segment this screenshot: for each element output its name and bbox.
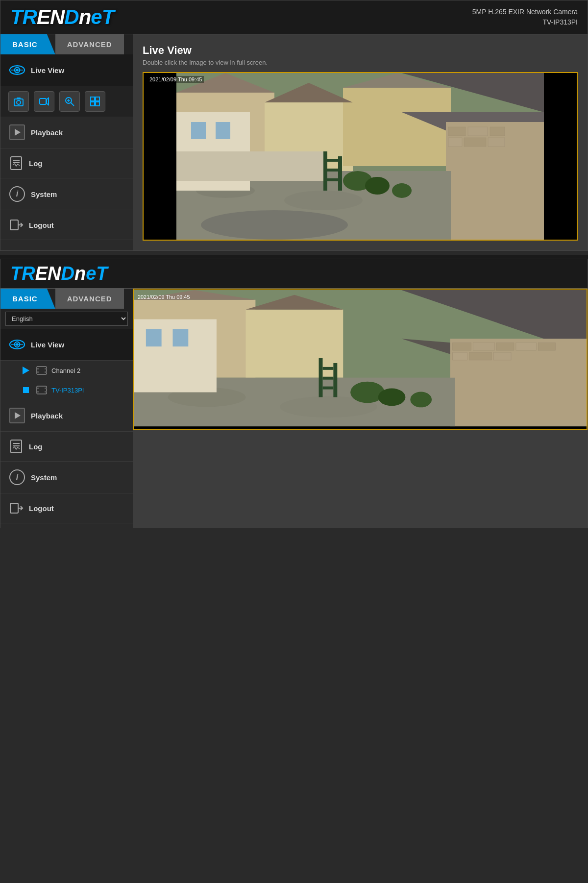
nav-playback-label-1: Playback [31,128,63,137]
nav-system-2[interactable]: i System [0,462,133,493]
logout-icon-2 [8,500,24,516]
snapshot-btn[interactable] [8,91,29,112]
sub-play-icon [20,365,32,376]
svg-rect-97 [322,367,333,370]
device-id: TV-IP313PI [472,17,578,27]
sub-nav-2: Channel 2 [0,361,133,400]
svg-rect-37 [488,138,505,147]
svg-rect-80 [450,339,587,426]
svg-rect-83 [496,343,514,350]
logout-icon-1 [8,217,24,233]
nav-log-label-1: Log [29,159,43,168]
device-info: 5MP H.265 EXIR Network Camera TV-IP313PI [472,7,578,27]
tab-advanced-1[interactable]: ADVANCED [55,34,124,54]
lang-select[interactable]: English Chinese French German Spanish [5,312,128,326]
eye-icon-1 [8,61,26,79]
svg-rect-43 [327,159,338,162]
tvip-label: TV-IP313PI [51,387,84,394]
nav-logout-label-2: Logout [29,504,54,513]
nav-log-1[interactable]: Log [0,148,133,178]
nav-playback-label-2: Playback [31,412,63,420]
nav-logout-label-1: Logout [29,221,54,229]
svg-point-47 [365,177,390,195]
system-icon-1: i [8,185,26,203]
main-content-1: Live View Double click the image to view… [133,34,588,250]
nav-playback-2[interactable]: Playback [0,400,133,432]
svg-rect-16 [96,102,99,106]
page-title-1: Live View [143,44,578,57]
panel2-body: BASIC ADVANCED English Chinese French Ge… [0,289,588,528]
svg-rect-36 [464,138,486,147]
svg-rect-59 [37,368,39,369]
svg-rect-42 [338,156,342,191]
record-btn[interactable] [34,91,54,112]
panel1-header: TRENDneT 5MP H.265 EXIR Network Camera T… [0,0,588,34]
zoom-btn[interactable] [59,91,80,112]
nav-live-view-1[interactable]: Live View [0,54,133,86]
svg-point-48 [392,183,412,198]
logo-1: TRENDneT [10,5,114,29]
svg-rect-98 [322,377,333,380]
svg-rect-84 [516,343,537,350]
svg-rect-50 [191,122,206,139]
playback-icon-1 [8,123,26,141]
nav-logout-1[interactable]: Logout [0,210,133,240]
tab-row-1: BASIC ADVANCED [0,34,133,54]
svg-rect-60 [45,368,47,369]
svg-point-102 [410,392,432,408]
svg-rect-13 [91,97,95,101]
nav-log-label-2: Log [29,442,43,451]
svg-rect-35 [448,138,462,147]
lang-row: English Chinese French German Spanish [0,309,133,329]
nav-system-label-1: System [31,190,57,198]
tab-advanced-2[interactable]: ADVANCED [55,289,124,309]
channel2-label: Channel 2 [51,367,80,374]
empty-lower-area [133,430,588,528]
svg-rect-7 [40,98,46,104]
sub-item-channel2[interactable]: Channel 2 [15,361,133,380]
svg-rect-58 [37,367,47,374]
nav-live-view-label-1: Live View [31,66,64,74]
svg-rect-25 [343,88,451,166]
nav-system-1[interactable]: i System [0,178,133,210]
logo-2: TRENDneT [10,263,578,284]
svg-rect-65 [45,388,47,389]
svg-rect-41 [323,151,327,191]
nav-logout-2[interactable]: Logout [0,493,133,523]
panel1-body: BASIC ADVANCED Live View [0,34,588,250]
camera-scene-svg-2: 2021/02/09 Thu 09:45 [134,290,587,427]
camera-scene-svg-1 [144,73,577,240]
svg-point-5 [17,100,21,104]
svg-rect-44 [327,169,338,172]
svg-rect-67 [45,391,47,392]
tab-basic-2[interactable]: BASIC [0,289,55,309]
tab-row-2: BASIC ADVANCED [0,289,133,309]
svg-rect-33 [468,127,488,136]
camera-feed-2[interactable]: 2021/02/09 Thu 09:45 [133,289,588,430]
svg-marker-8 [47,98,49,105]
nav-playback-1[interactable]: Playback [0,117,133,148]
grid-btn[interactable] [85,91,105,112]
svg-rect-45 [327,178,338,181]
sidebar-2: BASIC ADVANCED English Chinese French Ge… [0,289,133,528]
svg-rect-81 [453,343,471,350]
svg-point-101 [378,389,406,406]
tab-basic-1[interactable]: BASIC [0,34,55,54]
svg-rect-94 [172,329,188,346]
svg-rect-15 [91,102,95,106]
svg-rect-99 [322,387,333,390]
camera-feed-1[interactable]: 2021/02/09 Thu 09:45 [143,72,578,241]
svg-rect-86 [453,352,467,360]
nav-live-view-2[interactable]: Live View [0,329,133,361]
sidebar-1: BASIC ADVANCED Live View [0,34,133,250]
main-content-2: 2021/02/09 Thu 09:45 [133,289,588,528]
nav-log-2[interactable]: Log [0,432,133,462]
svg-rect-87 [469,352,492,360]
page-subtitle-1: Double click the image to view in full s… [143,59,578,66]
svg-rect-95 [319,358,323,397]
nav-system-label-2: System [31,473,57,482]
device-model: 5MP H.265 EXIR Network Camera [472,7,578,17]
svg-rect-51 [216,122,230,139]
sub-item-tvip[interactable]: TV-IP313PI [15,380,133,400]
panel-1: TRENDneT 5MP H.265 EXIR Network Camera T… [0,0,588,251]
